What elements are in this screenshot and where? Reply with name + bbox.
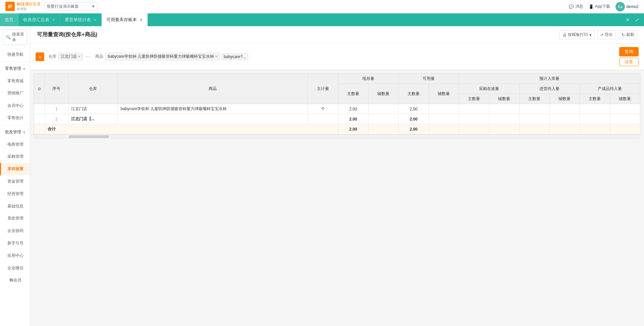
no-col-header: 序号 bbox=[45, 74, 68, 104]
scroll-thumb[interactable] bbox=[69, 135, 109, 138]
summary-production-aux bbox=[610, 124, 640, 134]
product-tag-1[interactable]: babycare学饮杯 儿童防摔防撞吸管杯重力球吸嘴杯宝宝水杯 ✕ bbox=[105, 53, 220, 60]
product-tag-2[interactable]: babycare?... bbox=[221, 53, 248, 60]
sidebar-item-finance[interactable]: 资金管理 bbox=[0, 175, 30, 188]
content-area: 可用量查询(按仓库+商品) 🖨 按模板打印 ▾ ↗ 导出 ↻ 刷新 bbox=[30, 26, 644, 326]
row-current-main: 2.00 bbox=[338, 114, 368, 124]
sidebar-item-operations[interactable]: 经营管理 bbox=[0, 188, 30, 200]
row-incoming-aux bbox=[549, 104, 580, 114]
close-icon[interactable]: ✕ bbox=[94, 18, 97, 22]
row-purchase-aux bbox=[489, 104, 519, 114]
summary-current-main: 2.00 bbox=[338, 124, 368, 134]
sidebar-item-wholesale[interactable]: 批发管理 ▲ bbox=[0, 126, 30, 138]
sidebar-item-inventory[interactable]: 库存核算 bbox=[0, 163, 30, 175]
purchase-group-header: 采购在途量 bbox=[459, 84, 519, 94]
export-button[interactable]: ↗ 导出 bbox=[597, 30, 616, 39]
summary-available-aux bbox=[429, 124, 459, 134]
row-product: babycare学饮杯 儿童防摔防撞吸管杯重力球吸嘴杯宝宝水杯 bbox=[118, 104, 308, 114]
current-stock-group-header: 现存量 bbox=[338, 74, 398, 84]
current-aux-qty-header: 辅数量 bbox=[368, 84, 398, 104]
sidebar-item-retail-mall[interactable]: 零售商城 bbox=[0, 75, 30, 87]
row-warehouse: 江北门店 bbox=[68, 104, 118, 114]
filter-toggle-button[interactable]: » bbox=[36, 52, 44, 61]
product-col-header: 商品 bbox=[118, 74, 308, 104]
sidebar-item-system[interactable]: 系统管理 bbox=[0, 212, 30, 225]
summary-available-main: 2.00 bbox=[398, 124, 429, 134]
summary-incoming-main bbox=[519, 124, 549, 134]
message-button[interactable]: 💬 消息 bbox=[569, 4, 583, 9]
remove-tag-icon[interactable]: ✕ bbox=[215, 55, 218, 58]
tab-home-label: 首页 bbox=[5, 17, 13, 23]
nav-tabs-bar: 首页 收发存汇总表 ✕ 要货单统计表 ✕ 可用量库存账本 ✕ ✕ ⤢ bbox=[0, 13, 644, 26]
sidebar-item-member2[interactable]: 畅会员 bbox=[0, 274, 30, 286]
tab-order-summary-label: 要货单统计表 bbox=[65, 17, 91, 23]
row-incoming-main bbox=[519, 114, 549, 124]
window-actions: ✕ ⤢ bbox=[621, 13, 644, 26]
table-row: 2 江北门店【... 2.00 2.00 bbox=[34, 114, 640, 124]
sidebar-item-appcenter[interactable]: 应用中心 bbox=[0, 249, 30, 262]
row-available-main: 2.00 bbox=[398, 114, 429, 124]
row-product bbox=[118, 114, 308, 124]
message-icon: 💬 bbox=[569, 4, 574, 9]
sidebar-item-enterprise[interactable]: 企业协同 bbox=[0, 225, 30, 237]
gear-icon[interactable]: ⚙ bbox=[38, 87, 41, 91]
main-layout: 🔍 搜索菜单 快捷导航 零售管理 ▲ 零售商城 营销推广 会员中心 零售统计 批… bbox=[0, 26, 644, 326]
available-main-qty-header: 主数量 bbox=[398, 84, 429, 104]
incoming-main-qty-header: 主数量 bbox=[519, 94, 549, 104]
refresh-button[interactable]: ↻ 刷新 bbox=[619, 30, 637, 39]
logo-area: 好 畅捷通好生意 标准版 bbox=[5, 2, 41, 11]
more-filters-icon[interactable]: ··· bbox=[84, 53, 91, 60]
user-menu[interactable]: Ea demo2 bbox=[615, 2, 639, 11]
tenant-selector[interactable]: 母婴行业演示账套 ▾ bbox=[44, 2, 97, 11]
filter-bar: » 仓库 江北门店 ✕ ··· 商品 babycare学饮杯 儿童防摔防撞吸管杯… bbox=[30, 44, 644, 70]
sidebar-item-basic[interactable]: 基础信息 bbox=[0, 200, 30, 213]
summary-production-main bbox=[580, 124, 610, 134]
available-aux-qty-header: 辅数量 bbox=[429, 84, 459, 104]
warehouse-tag[interactable]: 江北门店 ✕ bbox=[58, 53, 83, 60]
close-icon[interactable]: ✕ bbox=[52, 18, 55, 22]
close-icon[interactable]: ✕ bbox=[140, 18, 143, 22]
top-bar: 好 畅捷通好生意 标准版 母婴行业演示账套 ▾ 💬 消息 📱 App下载 Ea … bbox=[0, 0, 644, 13]
top-bar-right: 💬 消息 📱 App下载 Ea demo2 bbox=[569, 2, 639, 11]
search-menu-button[interactable]: 🔍 搜索菜单 bbox=[3, 30, 27, 45]
print-button[interactable]: 🖨 按模板打印 ▾ bbox=[559, 30, 594, 39]
warehouse-tags: 江北门店 ✕ ··· bbox=[58, 53, 91, 60]
row-warehouse: 江北门店【... bbox=[68, 114, 118, 124]
sidebar-item-ecommerce[interactable]: 电商管理 bbox=[0, 138, 30, 151]
sidebar-item-member[interactable]: 会员中心 bbox=[0, 99, 30, 112]
query-button[interactable]: 查询 bbox=[619, 47, 639, 56]
incoming-group-header: 进货待入量 bbox=[519, 84, 580, 94]
data-table: ⚙ 序号 仓库 商品 主计量 现存量 可用量 预计入库量 主数量 辅数量 主数量 bbox=[34, 74, 640, 134]
sidebar-item-marketing[interactable]: 营销推广 bbox=[0, 87, 30, 99]
setting-button[interactable]: 设置 bbox=[619, 58, 639, 66]
chevron-icon: ▲ bbox=[22, 130, 26, 134]
close-window-icon[interactable]: ✕ bbox=[625, 16, 631, 24]
app-download-button[interactable]: 📱 App下载 bbox=[589, 4, 610, 9]
row-purchase-aux bbox=[489, 114, 519, 124]
sidebar-item-quick-nav[interactable]: 快捷导航 bbox=[0, 48, 30, 61]
download-icon: 📱 bbox=[589, 4, 594, 9]
sidebar-item-retail[interactable]: 零售管理 ▲ bbox=[0, 62, 30, 75]
maximize-icon[interactable]: ⤢ bbox=[634, 16, 641, 24]
tab-available-stock-label: 可用量库存账本 bbox=[106, 17, 137, 23]
tab-order-summary[interactable]: 要货单统计表 ✕ bbox=[60, 13, 102, 26]
tab-receipts[interactable]: 收发存汇总表 ✕ bbox=[18, 13, 60, 26]
sidebar-item-purchase[interactable]: 采购管理 bbox=[0, 150, 30, 163]
tab-home[interactable]: 首页 bbox=[0, 13, 18, 26]
row-settings bbox=[34, 114, 45, 124]
product-tags: babycare学饮杯 儿童防摔防撞吸管杯重力球吸嘴杯宝宝水杯 ✕ babyca… bbox=[105, 53, 248, 60]
remove-tag-icon[interactable]: ✕ bbox=[78, 55, 80, 58]
avatar: Ea bbox=[615, 2, 625, 11]
sidebar-item-retail-stats[interactable]: 零售统计 bbox=[0, 112, 30, 124]
row-incoming-aux bbox=[549, 114, 580, 124]
row-production-main bbox=[580, 114, 610, 124]
scroll-bar[interactable] bbox=[34, 134, 640, 138]
row-production-aux bbox=[610, 104, 640, 114]
summary-purchase-aux bbox=[489, 124, 519, 134]
tab-available-stock[interactable]: 可用量库存账本 ✕ bbox=[102, 13, 148, 26]
chevron-down-icon: ▾ bbox=[589, 33, 591, 37]
summary-current-aux bbox=[368, 124, 398, 134]
sidebar-item-wxwork[interactable]: 企业微信 bbox=[0, 262, 30, 274]
settings-col-header: ⚙ bbox=[34, 74, 45, 104]
sidebar-item-guide[interactable]: 新手引导 bbox=[0, 237, 30, 249]
